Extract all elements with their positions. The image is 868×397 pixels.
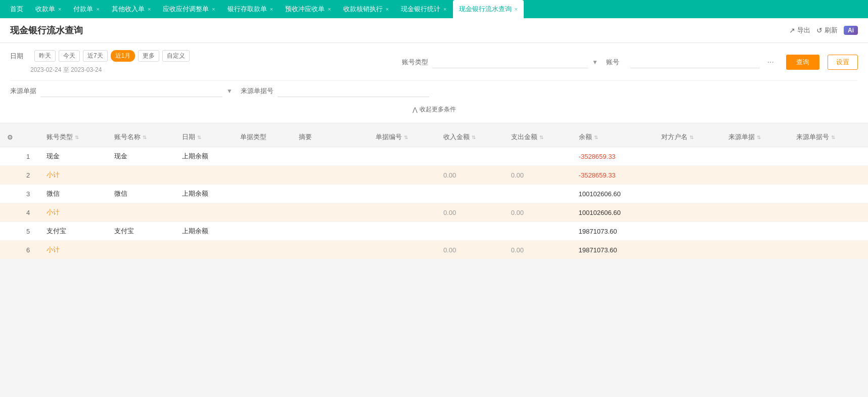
date-options: 昨天 今天 近7天 近1月 更多 自定义 (34, 50, 190, 62)
td-income: 0.00 (437, 203, 505, 222)
th-doc-no[interactable]: 单据编号⇅ (370, 127, 437, 147)
td-balance: -3528659.33 (573, 166, 655, 185)
td-doc-type (234, 185, 293, 203)
date-filter-group: 日期 昨天 今天 近7天 近1月 更多 自定义 2023-02-24 至 202… (10, 50, 190, 74)
td-source-doc-no (790, 222, 868, 241)
td-source-doc (722, 147, 790, 166)
td-summary (293, 147, 370, 166)
nav-other-income[interactable]: 其他收入单 × (106, 0, 157, 18)
collapse-bar: ⋀ 收起更多条件 (10, 103, 858, 116)
account-more-button[interactable]: ··· (763, 58, 778, 67)
td-gear (0, 147, 20, 166)
date-range-display: 2023-02-24 至 2023-03-24 (30, 66, 190, 74)
td-account-name: 现金 (108, 147, 176, 166)
table-row: 3 微信 微信 上期余额 100102606.60 (0, 185, 868, 203)
nav-writeoff[interactable]: 收款核销执行 × (337, 0, 395, 18)
td-gear (0, 222, 20, 241)
nav-cash-flow-query[interactable]: 现金银行流水查询 × (453, 0, 524, 18)
th-date[interactable]: 日期⇅ (176, 127, 235, 147)
th-source-doc[interactable]: 来源单据⇅ (722, 127, 790, 147)
td-source-doc-no (790, 203, 868, 222)
account-type-filter: 账号类型 ▼ (402, 56, 598, 68)
td-income: 0.00 (437, 241, 505, 259)
source-doc-no-input[interactable] (278, 85, 429, 97)
close-other-income-tab[interactable]: × (148, 6, 151, 12)
th-gear[interactable]: ⚙ (0, 127, 20, 147)
th-counterparty[interactable]: 对方户名⇅ (655, 127, 723, 147)
th-doc-type: 单据类型 (234, 127, 293, 147)
td-account-type: 微信 (40, 185, 108, 203)
td-gear (0, 203, 20, 222)
td-balance: 100102606.60 (573, 203, 655, 222)
td-doc-type (234, 147, 293, 166)
date-more[interactable]: 更多 (138, 50, 159, 62)
nav-bank-deposit[interactable]: 银行存取款单 × (221, 0, 279, 18)
td-income (437, 147, 505, 166)
td-index: 5 (20, 222, 40, 241)
td-source-doc-no (790, 241, 868, 259)
td-expense (505, 185, 573, 203)
close-bank-deposit-tab[interactable]: × (270, 6, 273, 12)
td-summary (293, 222, 370, 241)
nav-adjustment[interactable]: 应收应付调整单 × (157, 0, 221, 18)
td-account-type: 小计 (40, 203, 108, 222)
td-source-doc (722, 241, 790, 259)
td-source-doc (722, 166, 790, 185)
refresh-button[interactable]: ↺ 刷新 (816, 26, 838, 35)
nav-home[interactable]: 首页 (4, 0, 29, 18)
collapse-button[interactable]: ⋀ 收起更多条件 (10, 103, 858, 116)
th-account-name[interactable]: 账号名称⇅ (108, 127, 176, 147)
date-custom[interactable]: 自定义 (162, 50, 190, 62)
account-filter: 账号 ··· (606, 56, 778, 68)
nav-cash-stats[interactable]: 现金银行统计 × (395, 0, 452, 18)
close-adjustment-tab[interactable]: × (212, 6, 215, 12)
td-balance: 100102606.60 (573, 185, 655, 203)
date-7days[interactable]: 近7天 (83, 50, 108, 62)
refresh-icon: ↺ (816, 26, 823, 34)
th-income[interactable]: 收入金额⇅ (437, 127, 505, 147)
close-cash-flow-tab[interactable]: × (515, 6, 518, 12)
page-title: 现金银行流水查询 (10, 24, 83, 36)
td-account-type: 小计 (40, 166, 108, 185)
td-balance: -3528659.33 (573, 147, 655, 166)
td-doc-type (234, 241, 293, 259)
td-doc-no (370, 147, 437, 166)
td-source-doc (722, 203, 790, 222)
source-doc-input[interactable] (40, 85, 222, 97)
filter-row-1: 日期 昨天 今天 近7天 近1月 更多 自定义 2023-02-24 至 202… (10, 50, 858, 74)
th-source-doc-no[interactable]: 来源单据号⇅ (790, 127, 868, 147)
th-expense[interactable]: 支出金额⇅ (505, 127, 573, 147)
date-today[interactable]: 今天 (59, 50, 80, 62)
table-row: 6 小计 0.00 0.00 19871073.60 (0, 241, 868, 259)
th-balance[interactable]: 余额⇅ (573, 127, 655, 147)
export-icon: ↗ (789, 26, 795, 34)
td-index: 1 (20, 147, 40, 166)
nav-payment[interactable]: 付款单 × (67, 0, 105, 18)
close-payment-tab[interactable]: × (96, 6, 99, 12)
account-input[interactable] (630, 56, 759, 68)
page-header: 现金银行流水查询 ↗ 导出 ↺ 刷新 Ai (0, 18, 868, 43)
account-type-input[interactable] (432, 56, 588, 68)
td-counterparty (655, 166, 723, 185)
close-cash-stats-tab[interactable]: × (443, 6, 446, 12)
td-summary (293, 203, 370, 222)
settings-button[interactable]: 设置 (828, 55, 858, 70)
close-receipt-tab[interactable]: × (58, 6, 61, 12)
td-doc-no (370, 241, 437, 259)
nav-advance-offset[interactable]: 预收冲应收单 × (279, 0, 337, 18)
td-income (437, 222, 505, 241)
td-gear (0, 241, 20, 259)
date-yesterday[interactable]: 昨天 (34, 50, 56, 62)
table-row: 5 支付宝 支付宝 上期余额 19871073.60 (0, 222, 868, 241)
close-writeoff-tab[interactable]: × (386, 6, 389, 12)
account-type-label: 账号类型 (402, 58, 428, 67)
td-income: 0.00 (437, 166, 505, 185)
close-advance-offset-tab[interactable]: × (328, 6, 331, 12)
td-account-name: 微信 (108, 185, 176, 203)
nav-receipt[interactable]: 收款单 × (29, 0, 67, 18)
query-button[interactable]: 查询 (786, 55, 819, 70)
td-index: 6 (20, 241, 40, 259)
date-1month[interactable]: 近1月 (111, 50, 135, 62)
th-account-type[interactable]: 账号类型⇅ (40, 127, 108, 147)
export-button[interactable]: ↗ 导出 (789, 26, 810, 35)
